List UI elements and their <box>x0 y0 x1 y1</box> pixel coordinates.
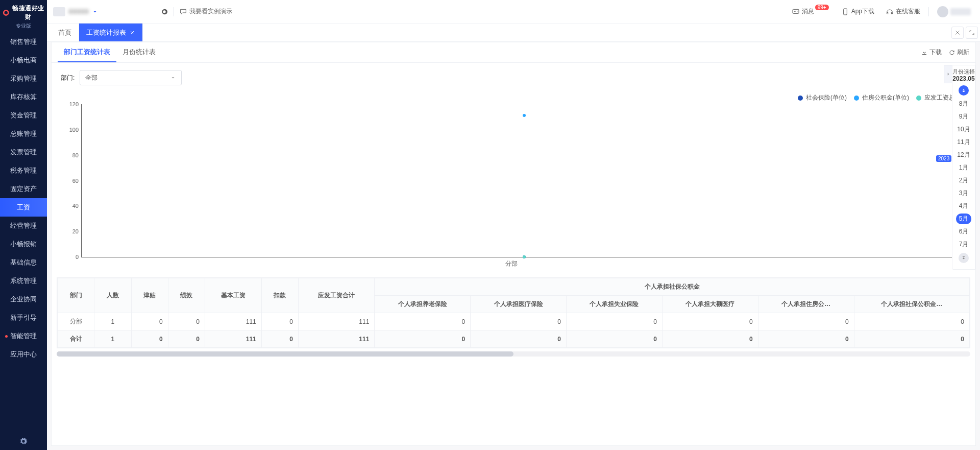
sidebar-item-label: 发票管理 <box>10 148 37 157</box>
month-item[interactable]: 12月 <box>954 150 973 160</box>
sidebar-item-5[interactable]: 总账管理 <box>0 125 47 143</box>
sidebar-item-label: 工资 <box>17 203 30 212</box>
message-icon <box>792 8 800 16</box>
sidebar-item-4[interactable]: 资金管理 <box>0 106 47 125</box>
chart: 020406080100120 <box>81 104 966 257</box>
sidebar-item-13[interactable]: 系统管理 <box>0 272 47 290</box>
tab-expand[interactable] <box>966 27 978 39</box>
month-item[interactable]: 2月 <box>956 175 972 186</box>
sidebar-item-label: 智能管理 <box>10 331 37 341</box>
chart-point <box>523 255 526 258</box>
col-header: 部门 <box>58 278 94 313</box>
sidebar-item-15[interactable]: 新手引导 <box>0 309 47 327</box>
cell: 0 <box>662 313 758 330</box>
sidebar-item-label: 库存核算 <box>10 92 37 102</box>
avatar <box>937 6 948 17</box>
monthpicker-toggle[interactable] <box>944 65 952 83</box>
y-tick: 60 <box>72 178 79 184</box>
expand-icon <box>969 30 975 36</box>
cell: 0 <box>375 313 471 330</box>
month-item[interactable]: 3月 <box>956 188 972 199</box>
messages-label: 消息 <box>802 7 814 16</box>
tab-close-all[interactable] <box>951 27 964 39</box>
col-subheader: 个人承担失业保险 <box>567 296 663 313</box>
dept-select-value: 全部 <box>85 74 97 82</box>
chevron-right-icon <box>946 72 951 77</box>
cell: 0 <box>854 313 969 330</box>
nav: 销售管理小畅电商采购管理库存核算资金管理总账管理发票管理税务管理固定资产工资经营… <box>0 33 47 433</box>
month-item[interactable]: 6月 <box>956 226 972 237</box>
sidebar-item-label: 经营管理 <box>10 221 37 230</box>
inner-tab-0[interactable]: 部门工资统计表 <box>58 42 116 62</box>
tab-1[interactable]: 工资统计报表 <box>79 23 143 41</box>
user-name <box>950 8 971 15</box>
cell: 111 <box>205 313 262 330</box>
close-icon[interactable] <box>129 30 135 36</box>
col-subheader: 个人承担医疗保险 <box>471 296 567 313</box>
sidebar-item-2[interactable]: 采购管理 <box>0 69 47 88</box>
settings-icon[interactable] <box>160 8 168 16</box>
sidebar-item-8[interactable]: 固定资产 <box>0 180 47 198</box>
refresh-link[interactable]: 刷新 <box>949 48 969 57</box>
cell: 111 <box>205 330 262 348</box>
cell: 0 <box>567 330 663 348</box>
legend-item[interactable]: 住房公积金(单位) <box>854 93 909 102</box>
tab-label: 首页 <box>58 28 71 37</box>
month-item[interactable]: 7月 <box>956 239 972 250</box>
month-item[interactable]: 1月 <box>956 162 972 173</box>
sidebar-item-10[interactable]: 经营管理 <box>0 217 47 235</box>
sidebar-item-3[interactable]: 库存核算 <box>0 88 47 106</box>
col-header: 人数 <box>94 278 131 313</box>
month-item[interactable]: 11月 <box>954 137 973 148</box>
company-switcher[interactable]: XXXXX <box>53 7 155 16</box>
salary-table: 部门人数津贴绩效基本工资扣款应发工资合计个人承担社保公积金个人承担养老保险个人承… <box>57 278 970 348</box>
sidebar-item-17[interactable]: 应用中心 <box>0 345 47 364</box>
sidebar-item-14[interactable]: 企业协同 <box>0 290 47 309</box>
sidebar-item-0[interactable]: 销售管理 <box>0 33 47 51</box>
sidebar-item-16[interactable]: 智能管理 <box>0 327 47 345</box>
double-chevron-up-icon <box>961 88 966 93</box>
sidebar-settings[interactable] <box>0 433 47 450</box>
sidebar-item-11[interactable]: 小畅报销 <box>0 235 47 253</box>
month-picker: 月份选择 2023.05 8月9月10月11月12月1月2月3月4月5月6月7月… <box>952 65 975 270</box>
month-item[interactable]: 5月 <box>956 214 972 224</box>
dept-select[interactable]: 全部 <box>80 70 182 85</box>
sidebar-item-6[interactable]: 发票管理 <box>0 143 47 161</box>
company-name: XXXXX <box>68 8 89 15</box>
sidebar-item-label: 小畅电商 <box>10 56 37 65</box>
monthpicker-up[interactable] <box>959 85 969 96</box>
tab-0[interactable]: 首页 <box>51 23 79 41</box>
download-icon <box>921 50 927 56</box>
cell: 0 <box>261 330 298 348</box>
month-item[interactable]: 10月 <box>954 124 973 135</box>
sidebar-item-label: 总账管理 <box>10 129 37 138</box>
sidebar-item-9[interactable]: 工资 <box>0 198 47 217</box>
tab-label: 工资统计报表 <box>86 28 126 37</box>
sidebar-item-1[interactable]: 小畅电商 <box>0 51 47 69</box>
app-download-label: App下载 <box>851 7 874 16</box>
svg-rect-4 <box>843 9 847 15</box>
download-link[interactable]: 下载 <box>921 48 942 57</box>
svg-point-1 <box>794 11 794 11</box>
month-item[interactable]: 4月 <box>956 201 972 211</box>
col-header: 基本工资 <box>205 278 262 313</box>
brand: 畅捷通好业财 专业版 <box>0 0 47 33</box>
sidebar-item-12[interactable]: 基础信息 <box>0 253 47 272</box>
sidebar-item-7[interactable]: 税务管理 <box>0 161 47 180</box>
online-service[interactable]: 在线客服 <box>883 7 923 16</box>
demo-link[interactable]: 我要看实例演示 <box>179 7 232 16</box>
download-label: 下载 <box>929 48 942 57</box>
monthpicker-down[interactable] <box>959 253 969 263</box>
app-download[interactable]: App下载 <box>838 7 877 16</box>
scrollbar-thumb[interactable] <box>57 351 513 357</box>
month-item[interactable]: 9月 <box>956 111 972 122</box>
inner-tab-1[interactable]: 月份统计表 <box>116 42 162 62</box>
user-menu[interactable] <box>934 6 974 17</box>
y-tick: 120 <box>69 101 79 107</box>
cell: 0 <box>131 313 168 330</box>
horizontal-scrollbar[interactable] <box>57 351 970 357</box>
legend-item[interactable]: 社会保险(单位) <box>798 93 847 102</box>
chevron-down-icon <box>170 75 176 81</box>
month-item[interactable]: 8月 <box>956 99 972 109</box>
messages[interactable]: 消息 99+ <box>789 7 833 16</box>
